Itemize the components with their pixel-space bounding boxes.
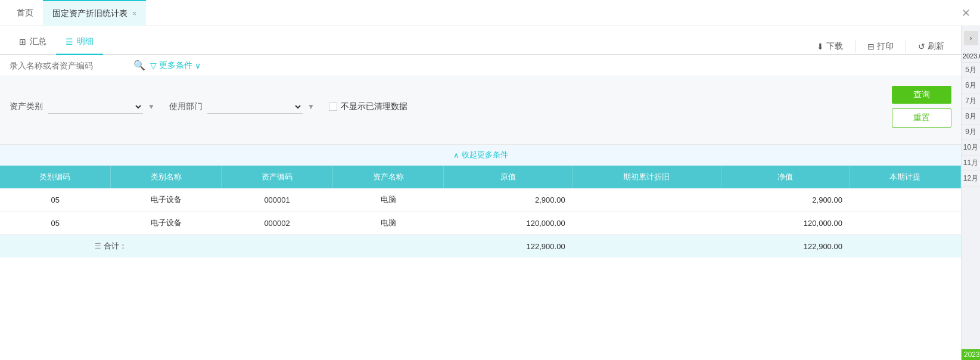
footer-label-cell: ☰ 合计： — [0, 235, 222, 258]
detail-tab-label: 明细 — [77, 36, 94, 47]
chevron-down-icon: ∨ — [195, 61, 201, 70]
tab-summary[interactable]: ⊞ 汇总 — [10, 30, 56, 55]
month-12[interactable]: 12月 — [962, 171, 980, 187]
cell-original-value-1: 2,900.00 — [444, 188, 573, 212]
query-button[interactable]: 查询 — [892, 86, 951, 104]
month-8[interactable]: 8月 — [962, 109, 980, 125]
footer-empty-1 — [222, 235, 333, 258]
active-tab[interactable]: 固定资产折旧统计表 × — [43, 0, 146, 26]
table-footer: ☰ 合计： 122,900.00 122,900.00 — [0, 235, 961, 258]
summary-tab-label: 汇总 — [30, 36, 46, 47]
collapse-icon: ∧ — [453, 151, 459, 160]
more-filter-button[interactable]: ▽ 更多条件 ∨ — [150, 60, 201, 71]
collapse-filter-bar[interactable]: ∧ 收起更多条件 — [0, 145, 961, 166]
month-9[interactable]: 9月 — [962, 125, 980, 140]
footer-label: 合计： — [104, 241, 127, 252]
col-original-value: 原值 — [444, 166, 573, 188]
asset-category-label: 资产类别 — [10, 101, 43, 112]
year-badge[interactable]: 2023 — [962, 349, 980, 360]
col-category-code: 类别编码 — [0, 166, 110, 188]
cell-initial-depreciation-2 — [573, 212, 721, 235]
use-department-select[interactable] — [207, 100, 303, 114]
cell-initial-depreciation-1 — [573, 188, 721, 212]
extended-filter-panel: 资产类别 ▼ 使用部门 ▼ 不显示已清理数据 — [0, 76, 961, 145]
cell-current-provision-1 — [850, 188, 961, 212]
view-tab-bar: ⊞ 汇总 ☰ 明细 ⬇ 下载 ⊟ 打印 ↺ — [0, 26, 961, 55]
asset-category-arrow-icon: ▼ — [148, 103, 155, 111]
download-label: 下载 — [826, 41, 843, 52]
divider-2 — [906, 41, 906, 52]
col-asset-code: 资产编码 — [222, 166, 333, 188]
top-nav-bar: 首页 固定资产折旧统计表 × ✕ — [0, 0, 980, 26]
tab-detail[interactable]: ☰ 明细 — [56, 30, 103, 55]
main-content: ⊞ 汇总 ☰ 明细 ⬇ 下载 ⊟ 打印 ↺ — [0, 26, 980, 360]
window-close-button[interactable]: ✕ — [962, 7, 970, 20]
hide-cleared-checkbox[interactable] — [329, 103, 337, 111]
month-11[interactable]: 11月 — [962, 156, 980, 171]
col-current-provision: 本期计提 — [850, 166, 961, 188]
col-initial-depreciation: 期初累计折旧 — [573, 166, 721, 188]
detail-tab-icon: ☰ — [66, 37, 73, 46]
home-nav-item[interactable]: 首页 — [7, 0, 43, 26]
filter-icon: ▽ — [150, 61, 157, 70]
search-filter-bar: 🔍 ▽ 更多条件 ∨ — [0, 55, 961, 76]
month-6[interactable]: 6月 — [962, 78, 980, 94]
asset-category-select[interactable] — [48, 100, 143, 114]
download-button[interactable]: ⬇ 下载 — [810, 39, 850, 54]
table-row: 05 电子设备 000001 电脑 2,900.00 2,900.00 — [0, 188, 961, 212]
asset-category-group: 资产类别 ▼ — [10, 100, 155, 114]
cell-original-value-2: 120,000.00 — [444, 212, 573, 235]
cell-current-provision-2 — [850, 212, 961, 235]
use-department-label: 使用部门 — [169, 101, 203, 112]
cell-asset-name-2: 电脑 — [332, 212, 444, 235]
filter-row-1: 资产类别 ▼ 使用部门 ▼ 不显示已清理数据 — [10, 86, 951, 128]
cell-asset-code-2: 000002 — [222, 212, 333, 235]
footer-empty-2 — [332, 235, 444, 258]
cell-asset-code-1: 000001 — [222, 188, 333, 212]
table-body: 05 电子设备 000001 电脑 2,900.00 2,900.00 05 电… — [0, 188, 961, 235]
use-department-arrow-icon: ▼ — [307, 103, 315, 111]
table-row: 05 电子设备 000002 电脑 120,000.00 120,000.00 — [0, 212, 961, 235]
footer-original-value: 122,900.00 — [444, 235, 573, 258]
reset-button[interactable]: 重置 — [892, 108, 951, 128]
divider-1 — [855, 41, 855, 52]
tab-title: 固定资产折旧统计表 — [52, 8, 127, 19]
search-input[interactable] — [10, 61, 129, 70]
search-icon[interactable]: 🔍 — [133, 60, 145, 71]
cell-net-value-1: 2,900.00 — [721, 188, 850, 212]
date-display: 2023.01 — [962, 50, 980, 63]
collapse-label: 收起更多条件 — [462, 150, 508, 160]
refresh-icon: ↺ — [918, 42, 925, 51]
col-category-name: 类别名称 — [110, 166, 222, 188]
print-button[interactable]: ⊟ 打印 — [860, 39, 901, 54]
use-department-group: 使用部门 ▼ — [169, 100, 315, 114]
tab-close-icon[interactable]: × — [132, 10, 136, 18]
download-icon: ⬇ — [817, 42, 824, 51]
refresh-button[interactable]: ↺ 刷新 — [911, 39, 951, 54]
footer-current-provision — [850, 235, 961, 258]
left-panel: ⊞ 汇总 ☰ 明细 ⬇ 下载 ⊟ 打印 ↺ — [0, 26, 961, 360]
footer-row: ☰ 合计： 122,900.00 122,900.00 — [0, 235, 961, 258]
month-5[interactable]: 5月 — [962, 63, 980, 78]
header-row: 类别编码 类别名称 资产编码 资产名称 原值 期初累计折旧 净值 本期计提 — [0, 166, 961, 188]
col-asset-name: 资产名称 — [332, 166, 444, 188]
footer-initial-depreciation — [573, 235, 721, 258]
footer-net-value: 122,900.00 — [721, 235, 850, 258]
data-table: 类别编码 类别名称 资产编码 资产名称 原值 期初累计折旧 净值 本期计提 05… — [0, 166, 961, 257]
action-buttons: ⬇ 下载 ⊟ 打印 ↺ 刷新 — [810, 39, 951, 54]
cell-net-value-2: 120,000.00 — [721, 212, 850, 235]
sidebar-expand-button[interactable]: › — [964, 31, 978, 45]
table-header: 类别编码 类别名称 资产编码 资产名称 原值 期初累计折旧 净值 本期计提 — [0, 166, 961, 188]
col-net-value: 净值 — [721, 166, 850, 188]
more-filter-label: 更多条件 — [159, 60, 192, 71]
cell-category-name-1: 电子设备 — [110, 188, 222, 212]
hide-cleared-group: 不显示已清理数据 — [329, 101, 407, 112]
refresh-label: 刷新 — [928, 41, 944, 52]
hide-cleared-label: 不显示已清理数据 — [341, 101, 407, 112]
cell-category-code-1: 05 — [0, 188, 110, 212]
month-10[interactable]: 10月 — [962, 140, 980, 156]
month-7[interactable]: 7月 — [962, 94, 980, 109]
print-label: 打印 — [877, 41, 894, 52]
cell-asset-name-1: 电脑 — [332, 188, 444, 212]
table-wrapper: 类别编码 类别名称 资产编码 资产名称 原值 期初累计折旧 净值 本期计提 05… — [0, 166, 961, 360]
